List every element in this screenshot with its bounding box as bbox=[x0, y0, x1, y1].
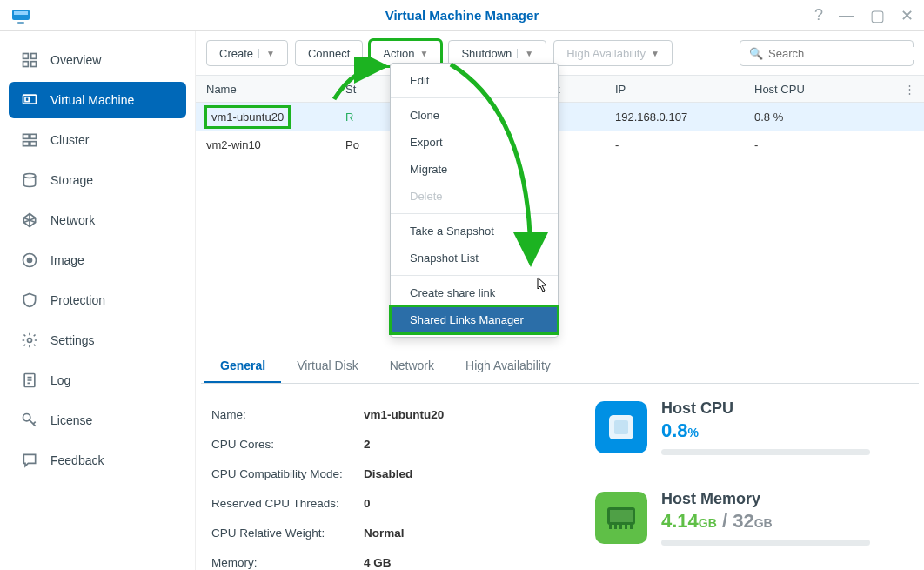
svg-rect-5 bbox=[23, 62, 29, 67]
sidebar-item-label: Feedback bbox=[50, 453, 104, 467]
chevron-down-icon: ▼ bbox=[651, 49, 660, 58]
stat-host-memory: Host Memory 4.14GB / 32GB bbox=[595, 490, 908, 546]
svg-rect-27 bbox=[630, 525, 633, 529]
feedback-icon bbox=[21, 452, 38, 469]
detail-properties: Name:vm1-ubuntu20 CPU Cores:2 CPU Compat… bbox=[211, 399, 578, 570]
vm-table: Name St Host IP Host CPU ⋮ vm1-ubuntu20 … bbox=[196, 75, 924, 158]
cpu-icon bbox=[595, 401, 647, 453]
tab-virtual-disk[interactable]: Virtual Disk bbox=[281, 350, 374, 383]
stat-label: Host CPU bbox=[661, 399, 870, 418]
menu-item-migrate[interactable]: Migrate bbox=[391, 156, 558, 183]
sidebar-item-image[interactable]: Image bbox=[9, 242, 186, 278]
vm-cpu: - bbox=[744, 138, 924, 151]
detail-label: Name: bbox=[211, 408, 364, 421]
detail-label: CPU Relative Weight: bbox=[211, 526, 364, 540]
columns-menu-icon[interactable]: ⋮ bbox=[895, 83, 924, 96]
chevron-down-icon[interactable]: ▼ bbox=[517, 49, 533, 58]
search-input[interactable] bbox=[763, 47, 914, 60]
col-cpu[interactable]: Host CPU bbox=[744, 83, 895, 96]
separator bbox=[391, 97, 558, 98]
storage-icon bbox=[21, 171, 38, 189]
cluster-icon bbox=[21, 131, 38, 149]
minimize-icon[interactable]: ― bbox=[835, 6, 858, 25]
create-button[interactable]: Create▼ bbox=[206, 40, 288, 66]
menu-item-snapshot-list[interactable]: Snapshot List bbox=[391, 245, 558, 272]
sidebar-item-network[interactable]: Network bbox=[9, 202, 186, 238]
sidebar-item-label: Image bbox=[50, 253, 84, 267]
mouse-cursor-icon bbox=[537, 277, 549, 292]
separator bbox=[391, 275, 558, 276]
menu-item-delete[interactable]: Delete bbox=[391, 183, 558, 210]
detail-label: Reserved CPU Threads: bbox=[211, 497, 364, 510]
vm-cpu: 0.8 % bbox=[744, 111, 924, 124]
tab-high-availability[interactable]: High Availability bbox=[450, 350, 566, 383]
maximize-icon[interactable]: ▢ bbox=[867, 6, 888, 25]
sidebar-item-label: Virtual Machine bbox=[50, 93, 134, 107]
progress-bar bbox=[661, 540, 870, 546]
detail-tabs: General Virtual Disk Network High Availa… bbox=[201, 350, 919, 384]
svg-rect-24 bbox=[614, 525, 617, 529]
menu-item-take-snapshot[interactable]: Take a Snapshot bbox=[391, 218, 558, 245]
detail-label: Memory: bbox=[211, 556, 364, 569]
col-name[interactable]: Name bbox=[196, 83, 335, 96]
menu-item-create-share-link[interactable]: Create share link bbox=[391, 279, 558, 306]
stat-value: 0.8 bbox=[661, 419, 688, 441]
svg-point-15 bbox=[28, 258, 32, 263]
sidebar-item-label: License bbox=[50, 413, 92, 427]
sidebar-item-virtual-machine[interactable]: Virtual Machine bbox=[9, 82, 186, 118]
chevron-down-icon: ▼ bbox=[420, 49, 429, 58]
connect-button[interactable]: Connect bbox=[295, 40, 363, 66]
close-icon[interactable]: ✕ bbox=[897, 6, 917, 25]
svg-rect-10 bbox=[30, 134, 37, 138]
search-box[interactable]: 🔍 bbox=[740, 40, 914, 66]
menu-item-clone[interactable]: Clone bbox=[391, 102, 558, 129]
search-icon: 🔍 bbox=[749, 47, 763, 60]
vm-name: vm1-ubuntu20 bbox=[206, 107, 289, 127]
sidebar-item-license[interactable]: License bbox=[9, 402, 186, 439]
stat-total: 32 bbox=[733, 510, 753, 532]
menu-item-edit[interactable]: Edit bbox=[391, 67, 558, 94]
sidebar-item-protection[interactable]: Protection bbox=[9, 282, 186, 319]
sidebar-item-settings[interactable]: Settings bbox=[9, 322, 186, 359]
detail-label: CPU Cores: bbox=[211, 438, 364, 451]
key-icon bbox=[21, 412, 38, 429]
sidebar: Overview Virtual Machine Cluster Storage… bbox=[0, 31, 196, 570]
sidebar-item-overview[interactable]: Overview bbox=[9, 42, 186, 78]
gear-icon bbox=[21, 332, 38, 349]
chevron-down-icon[interactable]: ▼ bbox=[258, 49, 275, 58]
svg-rect-20 bbox=[614, 420, 628, 434]
help-icon[interactable]: ? bbox=[811, 6, 827, 25]
menu-item-shared-links-manager[interactable]: Shared Links Manager bbox=[391, 306, 558, 333]
svg-rect-6 bbox=[31, 62, 37, 67]
detail-value: 0 bbox=[364, 497, 371, 510]
shield-icon bbox=[21, 292, 38, 309]
sidebar-item-label: Protection bbox=[50, 293, 105, 307]
vm-name: vm2-win10 bbox=[196, 138, 335, 151]
svg-rect-11 bbox=[23, 142, 30, 146]
sidebar-item-feedback[interactable]: Feedback bbox=[9, 442, 186, 479]
dashboard-icon bbox=[21, 51, 38, 69]
titlebar: Virtual Machine Manager ? ― ▢ ✕ bbox=[0, 0, 924, 31]
svg-rect-23 bbox=[609, 525, 612, 529]
tab-network[interactable]: Network bbox=[374, 350, 450, 383]
detail-value: Normal bbox=[364, 526, 405, 540]
window-title: Virtual Machine Manager bbox=[385, 8, 539, 23]
table-row[interactable]: vm1-ubuntu20 R -nas 192.168.0.107 0.8 % bbox=[196, 103, 924, 131]
tab-general[interactable]: General bbox=[204, 350, 281, 383]
high-availability-button[interactable]: High Availability▼ bbox=[553, 40, 673, 66]
sidebar-item-log[interactable]: Log bbox=[9, 362, 186, 399]
svg-rect-4 bbox=[31, 54, 37, 59]
col-ip[interactable]: IP bbox=[605, 83, 744, 96]
table-header: Name St Host IP Host CPU ⋮ bbox=[196, 75, 924, 103]
detail-label: CPU Compatibility Mode: bbox=[211, 467, 364, 480]
sidebar-item-label: Storage bbox=[50, 173, 93, 187]
sidebar-item-storage[interactable]: Storage bbox=[9, 162, 186, 198]
sidebar-item-cluster[interactable]: Cluster bbox=[9, 122, 186, 158]
svg-rect-8 bbox=[25, 97, 29, 102]
detail-value: 4 GB bbox=[364, 556, 392, 569]
menu-item-export[interactable]: Export bbox=[391, 129, 558, 156]
svg-rect-25 bbox=[619, 525, 622, 529]
table-row[interactable]: vm2-win10 Po -nas - - bbox=[196, 131, 924, 158]
svg-point-16 bbox=[28, 339, 32, 343]
sidebar-item-label: Cluster bbox=[50, 133, 89, 147]
